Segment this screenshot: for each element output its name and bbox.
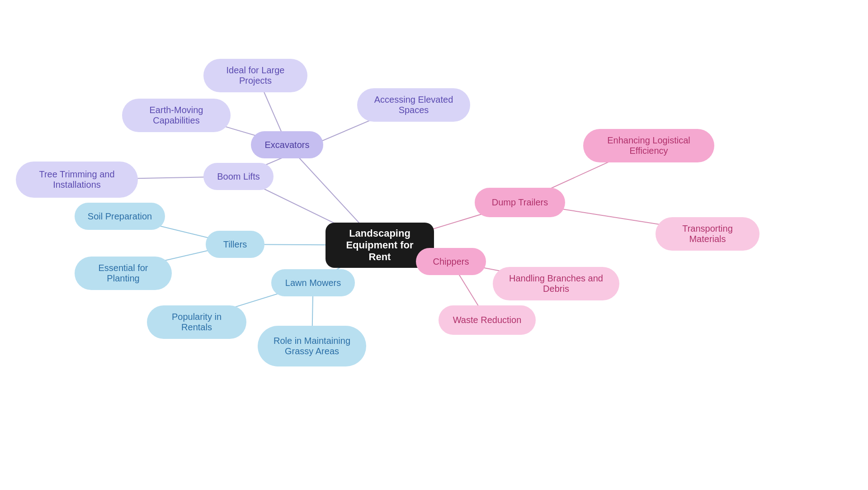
node-label-idealLargeProjects: Ideal for Large Projects [214,65,297,86]
node-boomLifts: Boom Lifts [203,163,274,190]
node-label-boomLifts: Boom Lifts [217,171,259,182]
node-label-wasteReduction: Waste Reduction [453,315,522,325]
node-label-accessingElevated: Accessing Elevated Spaces [368,95,459,115]
node-earthMoving: Earth-Moving Capabilities [122,99,231,132]
node-chippers: Chippers [416,248,486,275]
node-label-excavators: Excavators [265,140,310,150]
node-label-handlingBranches: Handling Branches and Debris [504,273,609,294]
node-label-soilPreparation: Soil Preparation [88,211,152,222]
node-label-popularityRentals: Popularity in Rentals [158,312,236,333]
node-treeTrimming: Tree Trimming and Installations [16,162,138,198]
node-idealLargeProjects: Ideal for Large Projects [203,59,307,92]
node-label-lawnMowers: Lawn Mowers [285,278,341,288]
node-wasteReduction: Waste Reduction [439,305,536,335]
node-popularityRentals: Popularity in Rentals [147,305,246,339]
node-label-earthMoving: Earth-Moving Capabilities [133,105,220,126]
node-soilPreparation: Soil Preparation [75,203,165,230]
node-label-dumpTrailers: Dump Trailers [492,197,548,208]
node-label-roleGrassy: Role in Maintaining Grassy Areas [269,336,355,357]
node-essentialPlanting: Essential for Planting [75,257,172,290]
node-enhancingLogistical: Enhancing Logistical Efficiency [583,129,714,162]
node-label-chippers: Chippers [433,257,469,267]
node-label-treeTrimming: Tree Trimming and Installations [27,169,127,190]
node-lawnMowers: Lawn Mowers [271,269,355,296]
node-label-tillers: Tillers [223,239,247,250]
node-handlingBranches: Handling Branches and Debris [493,267,619,300]
node-label-essentialPlanting: Essential for Planting [85,263,161,284]
node-tillers: Tillers [206,231,264,258]
node-dumpTrailers: Dump Trailers [475,188,565,217]
node-label-enhancingLogistical: Enhancing Logistical Efficiency [594,135,703,156]
node-label-center: Landscaping Equipment for Rent [336,228,423,263]
node-excavators: Excavators [251,131,323,158]
node-label-transportingMaterials: Transporting Materials [666,224,749,244]
node-roleGrassy: Role in Maintaining Grassy Areas [258,326,366,366]
node-transportingMaterials: Transporting Materials [656,217,760,251]
node-accessingElevated: Accessing Elevated Spaces [357,88,470,122]
